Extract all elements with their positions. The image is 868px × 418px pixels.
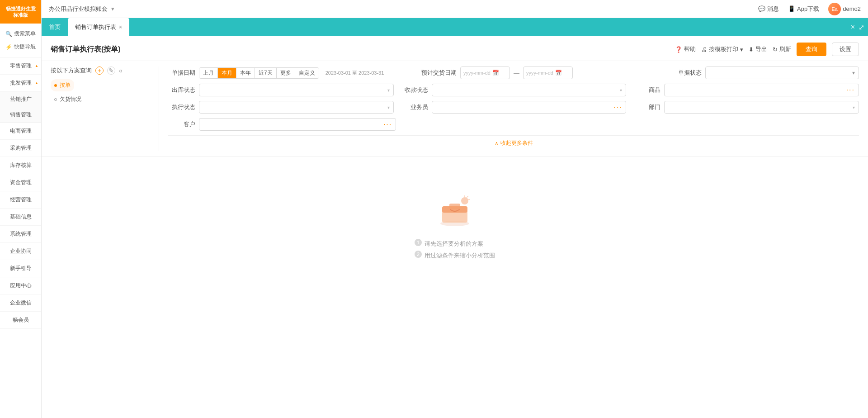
order-status-select[interactable]: ▾	[705, 66, 859, 79]
refresh-icon: ↻	[773, 46, 778, 53]
page-title: 销售订单执行表(按单)	[51, 45, 121, 54]
window-expand-icon[interactable]: ⤢	[859, 23, 864, 32]
salesperson-dots-icon[interactable]: ···	[613, 103, 622, 111]
tab-home[interactable]: 首页	[42, 18, 68, 36]
svg-point-4	[461, 197, 468, 204]
help-icon: ❓	[675, 46, 682, 53]
topbar-left: 办公用品行业模拟账套 ▾	[49, 5, 114, 13]
empty-state: 1 请先选择要分析的方案 2 用过滤条件来缩小分析范围	[42, 157, 868, 298]
filter-department-item: 部门 ▾	[633, 101, 859, 114]
sidebar-item-retail[interactable]: 零售管理	[0, 57, 41, 75]
goods-select[interactable]: ···	[664, 84, 859, 96]
sidebar-item-enterprise-wechat[interactable]: 企业微信	[0, 294, 41, 312]
collapse-more-button[interactable]: ∧ 收起更多条件	[168, 135, 859, 151]
date-tab-more[interactable]: 更多	[277, 68, 295, 78]
filter-row-2: 出库状态 ▾ 收款状态 ▾ 商品	[168, 84, 859, 96]
sidebar-item-wholesale[interactable]: 批发管理	[0, 75, 41, 92]
department-select[interactable]: ▾	[664, 101, 859, 114]
collapse-scheme-button[interactable]: «	[119, 67, 123, 74]
avatar: Ea	[828, 3, 841, 15]
breadcrumb-text: 办公用品行业模拟账套	[49, 5, 108, 13]
topbar: 办公用品行业模拟账套 ▾ 💬 消息 📱 App下载 Ea demo2	[42, 0, 868, 18]
export-button[interactable]: ⬇ 导出	[749, 45, 767, 53]
sidebar-item-management[interactable]: 经营管理	[0, 191, 41, 209]
goods-dots-icon[interactable]: ···	[846, 86, 855, 94]
customer-select[interactable]: ···	[199, 118, 396, 131]
settings-button[interactable]: 设置	[832, 43, 859, 56]
date-tabs: 上月 本月 本年 近7天 更多 自定义	[199, 67, 319, 79]
department-label: 部门	[633, 103, 660, 111]
sidebar-item-membership[interactable]: 畅会员	[0, 312, 41, 329]
logo-text: 畅捷通好生意 标准版	[6, 5, 36, 19]
filter-scheme-header: 按以下方案查询 + ✎ «	[51, 66, 151, 75]
help-button[interactable]: ❓ 帮助	[675, 45, 696, 53]
add-scheme-button[interactable]: +	[95, 66, 104, 75]
page-actions: ❓ 帮助 🖨 按模板打印 ▾ ⬇ 导出 ↻ 刷新 查询 设置	[675, 43, 859, 56]
expected-date-label: 预计交货日期	[421, 69, 457, 77]
filter-row-3: 执行状态 ▾ 业务员 ··· 部门	[168, 101, 859, 114]
filter-customer-item: 客户 ···	[168, 118, 396, 131]
sidebar-item-sales[interactable]: 销售管理	[0, 107, 41, 123]
date-tab-7days[interactable]: 近7天	[255, 68, 277, 78]
tab-close-icon[interactable]: ×	[119, 24, 122, 30]
outbound-label: 出库状态	[168, 86, 195, 94]
breadcrumb-arrow-icon[interactable]: ▾	[111, 5, 114, 12]
sidebar-item-finance[interactable]: 资金管理	[0, 174, 41, 191]
date-tab-custom[interactable]: 自定义	[295, 68, 319, 78]
outbound-status-select[interactable]: ▾	[199, 84, 394, 96]
refresh-button[interactable]: ↻ 刷新	[773, 45, 791, 53]
svg-line-6	[467, 196, 468, 198]
execute-label: 执行状态	[168, 103, 195, 111]
tip-item-1: 1 请先选择要分析的方案	[415, 238, 495, 250]
execute-status-select[interactable]: ▾	[199, 101, 394, 114]
goods-label: 商品	[633, 86, 660, 94]
collapse-arrow-icon: ∧	[495, 140, 499, 147]
filter-scheme-panel: 按以下方案查询 + ✎ « 按单 欠货情况	[51, 66, 159, 151]
expected-date-end-input[interactable]: yyyy-mm-dd 📅	[523, 66, 573, 79]
sidebar-item-app-center[interactable]: 应用中心	[0, 277, 41, 294]
filter-outbound-item: 出库状态 ▾	[168, 84, 394, 96]
sidebar-item-guide[interactable]: 新手引导	[0, 260, 41, 277]
date-tab-last-month[interactable]: 上月	[199, 68, 218, 78]
sidebar-item-basic-info[interactable]: 基础信息	[0, 209, 41, 226]
department-arrow-icon: ▾	[853, 105, 855, 110]
expected-date-start-input[interactable]: yyyy-mm-dd 📅	[460, 66, 510, 79]
empty-tips: 1 请先选择要分析的方案 2 用过滤条件来缩小分析范围	[415, 238, 495, 261]
empty-icon	[432, 193, 477, 229]
customer-dots-icon[interactable]: ···	[383, 120, 392, 128]
message-icon: 💬	[758, 5, 765, 12]
scheme-option-by-order[interactable]: 按单	[51, 79, 74, 91]
app-download-button[interactable]: 📱 App下载	[788, 5, 819, 13]
print-icon: 🖨	[701, 46, 707, 53]
date-label: 单据日期	[168, 69, 195, 77]
quick-nav-item[interactable]: ⚡ 快捷导航	[3, 40, 38, 53]
print-button[interactable]: 🖨 按模板打印 ▾	[701, 45, 743, 53]
salesperson-select[interactable]: ···	[432, 101, 627, 114]
tab-sales-execute[interactable]: 销售订单执行表 ×	[68, 18, 129, 36]
tabbar: 首页 销售订单执行表 × × ⤢	[42, 18, 868, 36]
quick-nav-icon: ⚡	[5, 44, 12, 50]
filter-date-item: 单据日期 上月 本月 本年 近7天 更多 自定义 2023-03-01 至 20…	[168, 67, 414, 79]
sidebar-item-purchase[interactable]: 采购管理	[0, 140, 41, 157]
search-icon: 🔍	[5, 31, 12, 37]
message-button[interactable]: 💬 消息	[758, 5, 779, 13]
sidebar-item-system[interactable]: 系统管理	[0, 226, 41, 243]
sidebar-item-ecommerce[interactable]: 电商管理	[0, 123, 41, 140]
calendar-end-icon: 📅	[555, 70, 562, 76]
search-menu-item[interactable]: 🔍 搜索菜单	[3, 27, 38, 40]
order-status-arrow-icon: ▾	[852, 70, 855, 76]
sidebar-item-marketing[interactable]: 营销推广	[0, 92, 41, 107]
collection-status-select[interactable]: ▾	[432, 84, 627, 96]
execute-arrow-icon: ▾	[387, 105, 390, 110]
sidebar-item-enterprise-collab[interactable]: 企业协同	[0, 243, 41, 260]
tip-num-2: 2	[415, 251, 422, 258]
query-button[interactable]: 查询	[797, 43, 826, 56]
sidebar-search-section: 🔍 搜索菜单 ⚡ 快捷导航	[0, 24, 41, 57]
user-menu[interactable]: Ea demo2	[828, 3, 861, 15]
edit-scheme-button[interactable]: ✎	[107, 66, 115, 75]
sidebar-item-inventory[interactable]: 库存核算	[0, 157, 41, 174]
date-tab-this-year[interactable]: 本年	[236, 68, 255, 78]
date-tab-this-month[interactable]: 本月	[218, 68, 236, 78]
scheme-option-shortage[interactable]: 欠货情况	[51, 93, 151, 105]
window-close-icon[interactable]: ×	[851, 23, 855, 31]
